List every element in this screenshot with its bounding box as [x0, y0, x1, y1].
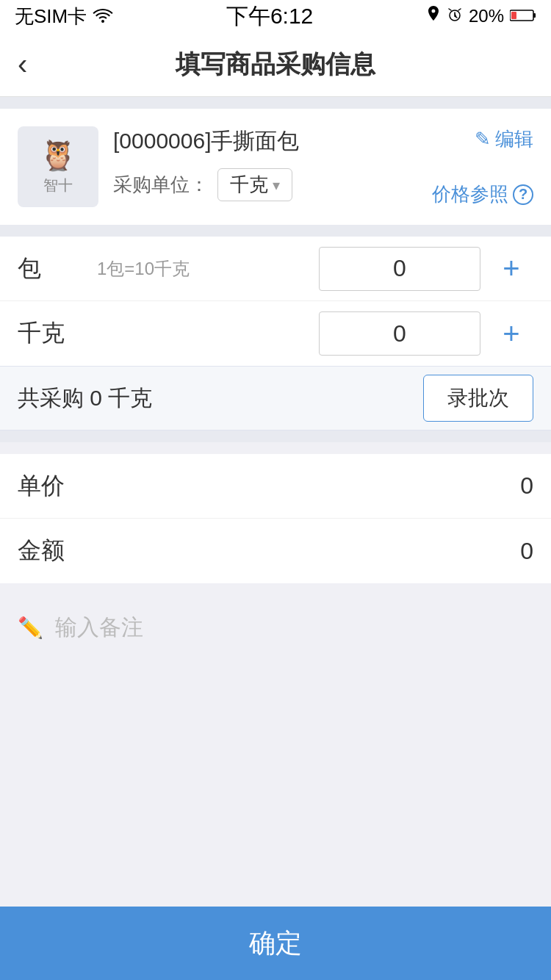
alarm-icon — [447, 6, 463, 26]
total-amount: 0 — [90, 386, 108, 410]
product-name: [0000006]手撕面包 — [113, 126, 533, 156]
total-label-prefix: 共采购 — [18, 386, 90, 410]
status-bar: 无SIM卡 下午6:12 20% — [0, 0, 551, 32]
unit-label-text: 采购单位： — [113, 172, 209, 198]
back-button[interactable]: ‹ — [18, 48, 27, 81]
svg-rect-3 — [511, 12, 516, 19]
bao-label: 包 — [18, 253, 91, 285]
confirm-bar[interactable]: 确定 — [0, 907, 551, 980]
nav-bar: ‹ 填写商品采购信息 — [0, 32, 551, 97]
section-divider-2 — [0, 225, 551, 237]
content-area — [0, 660, 551, 881]
unit-value: 千克 — [230, 172, 268, 198]
product-brand: 智十 — [43, 176, 73, 195]
kg-input[interactable]: 0 — [319, 311, 480, 356]
kg-label: 千克 — [18, 317, 91, 350]
page-title: 填写商品采购信息 — [176, 48, 375, 82]
total-label-text: 共采购 0 千克 — [18, 383, 152, 414]
amount-label: 金额 — [18, 535, 65, 567]
unit-selector[interactable]: 千克 ▾ — [217, 168, 292, 201]
product-card: 🦉 智十 [0000006]手撕面包 采购单位： 千克 ▾ ✎ 编辑 价格参照 … — [0, 109, 551, 225]
section-divider-1 — [0, 97, 551, 109]
quantity-section: 包 1包=10千克 0 + 千克 0 + — [0, 237, 551, 366]
edit-button[interactable]: ✎ 编辑 — [475, 126, 533, 152]
bao-plus-button[interactable]: + — [489, 247, 533, 291]
price-value: 0 — [520, 472, 533, 500]
record-batch-button[interactable]: 录批次 — [423, 375, 533, 422]
edit-label: 编辑 — [495, 126, 533, 152]
bao-input-row: 包 1包=10千克 0 + — [0, 237, 551, 301]
amount-row: 金额 0 — [0, 519, 551, 583]
notes-section[interactable]: ✏️ 输入备注 — [0, 595, 551, 660]
kg-value: 0 — [393, 320, 406, 347]
status-left: 无SIM卡 — [15, 4, 113, 29]
wifi-icon — [93, 5, 113, 28]
total-row: 共采购 0 千克 录批次 — [0, 366, 551, 430]
product-owl-icon: 🦉 — [40, 138, 76, 173]
amount-value: 0 — [520, 538, 533, 565]
price-row: 单价 0 — [0, 454, 551, 519]
kg-plus-button[interactable]: + — [489, 311, 533, 356]
price-ref-label: 价格参照 — [432, 181, 508, 207]
carrier-text: 无SIM卡 — [15, 4, 87, 29]
price-label: 单价 — [18, 470, 65, 502]
price-amount-section: 单价 0 金额 0 — [0, 454, 551, 583]
svg-rect-2 — [533, 13, 536, 18]
bao-value: 0 — [393, 255, 406, 282]
section-divider-3 — [0, 430, 551, 442]
battery-icon — [510, 6, 536, 26]
chevron-down-icon: ▾ — [273, 176, 280, 194]
pencil-icon: ✏️ — [18, 616, 43, 640]
kg-input-row: 千克 0 + — [0, 301, 551, 366]
confirm-button-label: 确定 — [249, 926, 302, 962]
total-unit: 千克 — [108, 386, 152, 410]
status-right: 20% — [426, 6, 536, 26]
product-thumbnail: 🦉 智十 — [18, 126, 98, 207]
bao-sublabel: 1包=10千克 — [97, 257, 190, 281]
status-time: 下午6:12 — [226, 1, 313, 32]
record-btn-label: 录批次 — [447, 386, 509, 409]
notes-placeholder: 输入备注 — [55, 613, 143, 643]
help-icon: ? — [513, 184, 533, 205]
price-ref-button[interactable]: 价格参照 ? — [432, 181, 533, 207]
battery-text: 20% — [469, 6, 504, 26]
edit-icon: ✎ — [475, 128, 491, 151]
bao-input[interactable]: 0 — [319, 247, 480, 291]
location-icon — [426, 6, 441, 26]
